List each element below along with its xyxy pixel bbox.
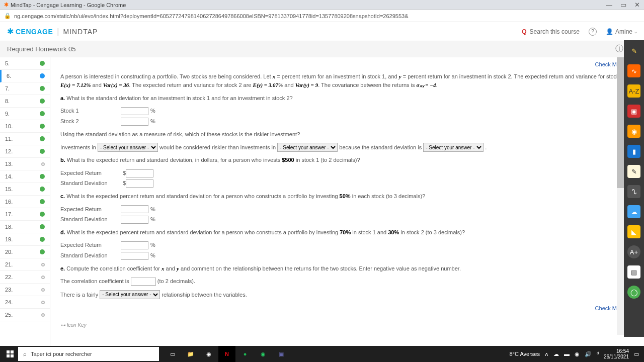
onedrive-tray-icon[interactable]: ☁ bbox=[553, 351, 559, 357]
riskier-select-3[interactable]: - Select your answer - bbox=[423, 143, 484, 152]
teams-icon[interactable]: ▣ bbox=[273, 346, 290, 362]
url-text[interactable]: ng.cengage.com/static/nb/ui/evo/index.ht… bbox=[14, 13, 409, 19]
nav-item-22[interactable]: 22. bbox=[0, 271, 50, 284]
d-stddev-input[interactable] bbox=[121, 252, 148, 260]
b-stddev-input[interactable] bbox=[126, 179, 153, 188]
lang-icon[interactable]: ᵈ bbox=[597, 351, 599, 357]
browser-tab[interactable]: ✱ MindTap - Cengage Learning - Google Ch… bbox=[4, 2, 606, 8]
nav-item-11[interactable]: 11. bbox=[0, 133, 50, 145]
riskier-select-2[interactable]: - Select your answer - bbox=[277, 143, 338, 152]
nav-item-18[interactable]: 18. bbox=[0, 221, 50, 233]
c-expret-input[interactable] bbox=[121, 205, 148, 213]
code-icon[interactable]: ᔐ bbox=[627, 185, 640, 198]
nav-item-6[interactable]: 6. bbox=[0, 70, 50, 82]
nav-item-15[interactable]: 15. bbox=[0, 183, 50, 196]
status-dot bbox=[40, 199, 45, 204]
nav-item-7[interactable]: 7. bbox=[0, 82, 50, 95]
cloud-icon[interactable]: ☁ bbox=[627, 205, 640, 218]
c-stddev-input[interactable] bbox=[121, 216, 148, 224]
scrollbar[interactable] bbox=[617, 57, 624, 335]
weather-widget[interactable]: 8°C Averses bbox=[509, 351, 539, 357]
nav-item-16[interactable]: 16. bbox=[0, 196, 50, 208]
check-my-work-bottom[interactable]: Check My Work bbox=[60, 304, 634, 313]
nav-item-13[interactable]: 13. bbox=[0, 158, 50, 170]
chrome-icon[interactable]: ◉ bbox=[200, 346, 217, 362]
nav-item-9[interactable]: 9. bbox=[0, 108, 50, 120]
close-button[interactable]: ✕ bbox=[634, 1, 640, 9]
green-circle-icon[interactable]: ◯ bbox=[627, 286, 640, 299]
status-dot bbox=[40, 124, 45, 129]
info-icon[interactable]: ⓘ bbox=[615, 44, 623, 54]
chevron-down-icon: ⌵ bbox=[634, 29, 637, 34]
stock1-input[interactable] bbox=[121, 107, 148, 115]
minimize-button[interactable]: — bbox=[606, 1, 612, 9]
status-dot bbox=[40, 61, 45, 66]
nav-item-21[interactable]: 21. bbox=[0, 258, 50, 271]
start-button[interactable] bbox=[2, 346, 18, 362]
nav-item-10[interactable]: 10. bbox=[0, 120, 50, 133]
status-dot bbox=[41, 301, 45, 304]
status-dot bbox=[40, 111, 45, 116]
nav-item-24[interactable]: 24. bbox=[0, 296, 50, 309]
nav-item-23[interactable]: 23. bbox=[0, 284, 50, 296]
stock2-input[interactable] bbox=[121, 118, 148, 126]
orange-app-icon[interactable]: ◉ bbox=[627, 125, 640, 138]
b-expret-input[interactable] bbox=[126, 169, 153, 177]
nav-item-17[interactable]: 17. bbox=[0, 208, 50, 221]
highlighter-icon[interactable]: ✎ bbox=[627, 44, 640, 57]
nav-item-19[interactable]: 19. bbox=[0, 233, 50, 246]
aplus-icon[interactable]: A+ bbox=[627, 245, 640, 258]
taskbar-search[interactable]: ⌕ Taper ici pour rechercher bbox=[18, 347, 159, 361]
doc-icon[interactable]: ▤ bbox=[627, 265, 640, 279]
check-my-work-top[interactable]: Check My Work bbox=[60, 60, 634, 69]
b-stddev-label: Standard Deviation bbox=[60, 179, 121, 188]
netflix-icon[interactable]: N bbox=[218, 346, 235, 362]
corr-input[interactable] bbox=[131, 278, 156, 286]
riskier-select-1[interactable]: - Select your answer - bbox=[98, 143, 158, 152]
tray-chevron-icon[interactable]: ʌ bbox=[545, 351, 548, 357]
status-dot bbox=[40, 187, 45, 192]
help-icon[interactable]: ? bbox=[589, 28, 597, 36]
nav-item-25[interactable]: 25. bbox=[0, 309, 50, 321]
status-dot bbox=[40, 174, 45, 179]
lock-icon: 🔒 bbox=[4, 13, 11, 19]
search-icon: ⌕ bbox=[23, 351, 27, 357]
user-icon: 👤 bbox=[606, 28, 613, 35]
user-menu[interactable]: 👤 Amine ⌵ bbox=[606, 28, 637, 35]
nav-item-5[interactable]: 5. bbox=[0, 57, 50, 70]
explorer-icon[interactable]: 📁 bbox=[182, 346, 199, 362]
wifi-icon[interactable]: ◉ bbox=[575, 351, 580, 357]
nav-item-14[interactable]: 14. bbox=[0, 170, 50, 183]
book-icon[interactable]: ▮ bbox=[627, 145, 640, 158]
status-dot bbox=[40, 224, 45, 229]
nav-item-8[interactable]: 8. bbox=[0, 95, 50, 108]
nav-item-20[interactable]: 20. bbox=[0, 246, 50, 258]
search-course[interactable]: Q Search this course bbox=[522, 28, 580, 35]
drive-icon[interactable]: ◣ bbox=[627, 225, 640, 238]
az-icon[interactable]: A-Z bbox=[627, 84, 640, 98]
office-icon[interactable]: ▣ bbox=[627, 105, 640, 118]
rss-icon[interactable]: ∿ bbox=[627, 64, 640, 77]
status-dot bbox=[40, 73, 45, 78]
cengage-logo: CENGAGE bbox=[16, 28, 53, 36]
status-dot bbox=[40, 136, 45, 141]
relationship-select[interactable]: - Select your answer - bbox=[100, 290, 160, 299]
d-expret-input[interactable] bbox=[121, 241, 148, 249]
status-dot bbox=[41, 313, 45, 317]
note-icon[interactable]: ✎ bbox=[627, 165, 640, 178]
spotify-icon[interactable]: ● bbox=[236, 346, 254, 362]
clock[interactable]: 16:54 26/11/2021 bbox=[604, 348, 629, 359]
notifications-icon[interactable]: ▭ bbox=[634, 351, 639, 357]
part-c: c. What is the expected percent return a… bbox=[60, 192, 634, 201]
part-e: e. Compute the correlation coefficient f… bbox=[60, 264, 634, 274]
stock1-label: Stock 1 bbox=[60, 107, 121, 116]
svg-rect-0 bbox=[7, 350, 10, 353]
task-view-icon[interactable]: ▭ bbox=[164, 346, 181, 362]
part-a: a. What is the standard deviation for an… bbox=[60, 94, 634, 103]
volume-icon[interactable]: 🔊 bbox=[585, 351, 592, 357]
battery-icon[interactable]: ▬ bbox=[564, 351, 570, 357]
maximize-button[interactable]: ▭ bbox=[620, 1, 626, 9]
nav-item-12[interactable]: 12. bbox=[0, 145, 50, 158]
d-stddev-label: Standard Deviation bbox=[60, 251, 121, 260]
whatsapp-icon[interactable]: ◉ bbox=[255, 346, 272, 362]
